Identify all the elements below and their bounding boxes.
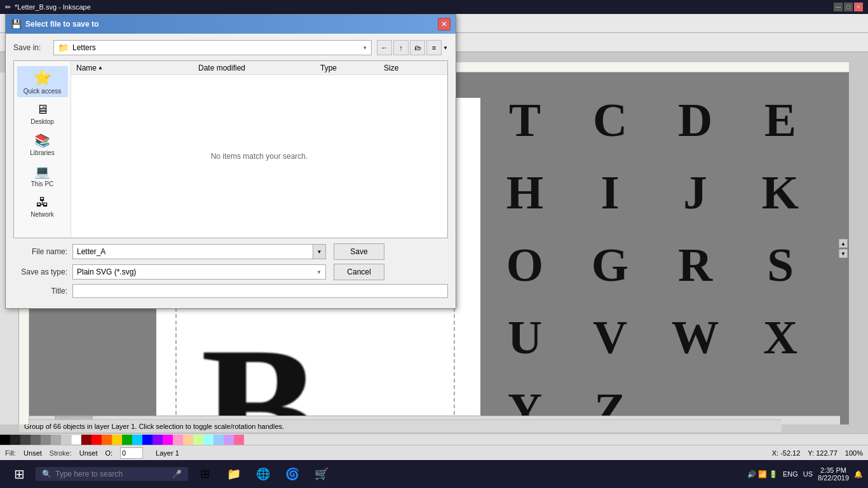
layer-indicator: Layer 1 [156, 449, 179, 457]
save-in-row: Save in: 📁 Letters ▼ ← ↑ 🗁 ≡ ▼ [13, 40, 448, 55]
scroll-down[interactable]: ▼ [839, 249, 848, 258]
letter-cell: S [742, 230, 818, 300]
cancel-button[interactable]: Cancel [334, 264, 384, 280]
file-list: Name ▲ Date modified Type Size No items … [71, 61, 447, 238]
save-in-toolbar: ← ↑ 🗁 ≡ ▼ [377, 40, 448, 55]
swatch-lime[interactable] [193, 435, 203, 445]
swatch-cyan[interactable] [132, 435, 142, 445]
sidebar-item-desktop[interactable]: 🖥 Desktop [17, 100, 68, 128]
swatch-rose[interactable] [234, 435, 244, 445]
maximize-button[interactable]: □ [844, 3, 853, 11]
swatch-5[interactable] [51, 435, 61, 445]
search-bar[interactable]: 🔍 Type here to search 🎤 [36, 467, 188, 481]
letter-cell: D [657, 85, 733, 155]
column-date[interactable]: Date modified [196, 64, 318, 72]
save-button[interactable]: Save [334, 243, 384, 260]
swatch-white[interactable] [71, 435, 81, 445]
swatch-magenta[interactable] [163, 435, 173, 445]
dialog-title-left: 💾 Select file to save to [11, 19, 98, 29]
close-button[interactable]: ✕ [854, 3, 863, 11]
sidebar-item-this-pc[interactable]: 💻 This PC [17, 161, 68, 190]
title-bar-controls: — □ ✕ [834, 3, 863, 11]
column-type[interactable]: Type [318, 64, 381, 72]
swatch-red[interactable] [92, 435, 102, 445]
taskbar-app-windows[interactable]: ⊞ [191, 460, 219, 488]
desktop-icon: 🖥 [36, 102, 49, 117]
language-indicator: ENG [783, 470, 798, 478]
taskbar-app-explorer[interactable]: 📁 [220, 460, 248, 488]
save-as-type-label: Save as type: [13, 268, 67, 276]
date-display: 8/22/2019 [818, 474, 849, 482]
folder-icon: 📁 [58, 43, 69, 53]
fill-stroke-bar: Fill: Unset Stroke: Unset O: Layer 1 X: … [0, 445, 868, 460]
title-input[interactable] [72, 284, 448, 298]
taskbar-app-store[interactable]: 🛒 [308, 460, 336, 488]
search-placeholder: Type here to search [55, 470, 123, 478]
file-name-input[interactable] [72, 244, 313, 259]
up-button[interactable]: ↑ [393, 40, 409, 55]
save-in-combo[interactable]: 📁 Letters ▼ [53, 40, 372, 55]
app-title: *Letter_B.svg - Inkscape [15, 3, 91, 11]
swatch-darkred[interactable] [81, 435, 92, 445]
system-tray-icons: 🔊 📶 🔋 [747, 470, 778, 478]
save-in-folder-name: Letters [72, 43, 358, 52]
swatch-black[interactable] [0, 435, 10, 445]
zoom-level: 100% [845, 449, 863, 457]
start-button[interactable]: ⊞ [5, 460, 33, 488]
sidebar-item-libraries[interactable]: 📚 Libraries [17, 130, 68, 159]
save-in-label: Save in: [13, 43, 48, 52]
taskbar-right: 🔊 📶 🔋 ENG US 2:35 PM 8/22/2019 🔔 [747, 466, 863, 482]
swatch-green[interactable] [122, 435, 132, 445]
swatch-peach[interactable] [183, 435, 193, 445]
swatch-4[interactable] [41, 435, 51, 445]
swatch-pink[interactable] [173, 435, 183, 445]
fill-value: Unset [24, 449, 42, 457]
save-as-type-combo[interactable]: Plain SVG (*.svg) ▼ [72, 264, 326, 280]
letter-cell: J [657, 158, 733, 227]
this-pc-icon: 💻 [34, 164, 50, 179]
opacity-label: O: [105, 449, 112, 457]
quick-access-icon: ⭐ [33, 69, 52, 86]
minimize-button[interactable]: — [834, 3, 843, 11]
swatch-orange[interactable] [102, 435, 112, 445]
sidebar-item-quick-access[interactable]: ⭐ Quick access [17, 66, 68, 97]
taskbar-app-chrome[interactable]: 🌐 [249, 460, 277, 488]
swatch-blue[interactable] [142, 435, 153, 445]
swatch-1[interactable] [10, 435, 20, 445]
view-chevron[interactable]: ▼ [443, 40, 448, 55]
dialog-title: Select file to save to [25, 20, 98, 29]
scroll-up[interactable]: ▲ [839, 239, 848, 248]
swatch-2[interactable] [20, 435, 31, 445]
mic-icon: 🎤 [172, 470, 182, 478]
notification-icon[interactable]: 🔔 [854, 470, 863, 478]
letter-cell: G [572, 230, 648, 300]
fill-label: Fill: [5, 449, 16, 457]
column-size[interactable]: Size [381, 64, 445, 72]
letters-grid: T C D E H I J K O G R S U V W X Y Z [487, 85, 825, 424]
view-button[interactable]: ≡ [426, 40, 442, 55]
scroll-controls: ▲ ▼ [839, 239, 848, 258]
swatch-6[interactable] [61, 435, 71, 445]
swatch-lightcyan[interactable] [203, 435, 214, 445]
file-list-empty: No items match your search. [71, 75, 447, 238]
opacity-input[interactable] [120, 447, 143, 459]
dialog-title-bar: 💾 Select file to save to ✕ [6, 15, 456, 34]
file-name-label: File name: [13, 247, 67, 256]
status-description: Group of 66 objects in layer Layer 1. Cl… [19, 419, 782, 432]
swatch-lightblue[interactable] [214, 435, 224, 445]
stroke-value: Unset [79, 449, 98, 457]
column-name[interactable]: Name ▲ [74, 64, 196, 72]
swatch-purple[interactable] [153, 435, 163, 445]
taskbar-app-edge[interactable]: 🌀 [278, 460, 306, 488]
search-icon: 🔍 [42, 470, 51, 478]
letter-cell: U [487, 302, 563, 372]
file-name-dropdown[interactable]: ▼ [313, 244, 326, 259]
swatch-yellow[interactable] [112, 435, 122, 445]
new-folder-button[interactable]: 🗁 [410, 40, 425, 55]
swatch-lavender[interactable] [224, 435, 234, 445]
sidebar-item-network[interactable]: 🖧 Network [17, 193, 68, 220]
dialog-close-button[interactable]: ✕ [438, 18, 451, 30]
back-button[interactable]: ← [377, 40, 392, 55]
swatch-3[interactable] [31, 435, 41, 445]
title-label: Title: [13, 287, 67, 295]
